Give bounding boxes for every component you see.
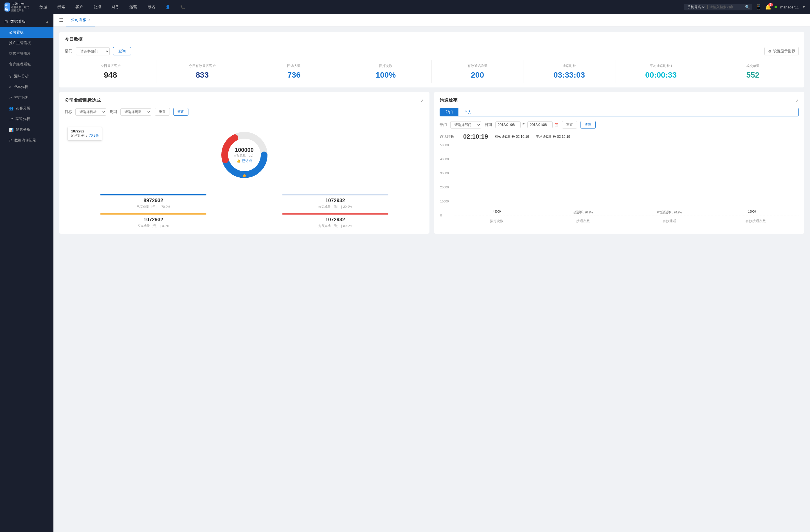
- comm-query-button[interactable]: 查询: [581, 121, 596, 129]
- promo-icon: ↗: [9, 96, 12, 100]
- goal-stat-should-complete: 1072932 应完成量（元）｜8.9%: [65, 213, 242, 228]
- x-label-dial: 拨打次数: [454, 217, 540, 223]
- avg-duration-info-icon[interactable]: ℹ: [671, 64, 672, 68]
- sidebar-group-arrow: ▲: [46, 20, 49, 23]
- comm-dept-select[interactable]: 请选择部门: [450, 121, 481, 129]
- search-type-select[interactable]: 手机号码: [686, 5, 706, 9]
- goal-panel-title: 公司业绩目标达成: [65, 98, 101, 103]
- channel-icon: ⎇: [9, 117, 13, 121]
- today-stats-row: 今日首咨客户 948 今日有效首咨客户 833 回访人数 736 拨打次数 10…: [65, 60, 799, 83]
- app-logo: 云朵 云朵CRM 教育机构一站式服务云平台: [4, 2, 30, 12]
- donut-center-label: 目标总量（元）: [233, 153, 255, 157]
- nav-sea[interactable]: 公海: [90, 3, 105, 11]
- nav-operations[interactable]: 运营: [126, 3, 141, 11]
- tab-company-board-label: 公司看板: [71, 17, 87, 22]
- sidebar-item-sales[interactable]: 📊 销售分析: [0, 124, 53, 135]
- nav-person-icon[interactable]: 👤: [161, 3, 174, 11]
- nav-phone-icon[interactable]: 📞: [176, 3, 189, 11]
- sidebar-item-customer-manager[interactable]: 客户经理看板: [0, 59, 53, 70]
- logo-icon: 云朵: [4, 2, 10, 12]
- goal-period-select[interactable]: 请选择周期: [120, 108, 151, 116]
- comm-panel-header: 沟通效率 ⤢: [440, 98, 799, 103]
- x-label-connect: 接通次数: [540, 217, 626, 223]
- sidebar: ⊞ 数据看板 ▲ 公司看板 推广主管看板 销售主管看板 客户经理看板 ⊽ 漏斗分…: [0, 14, 53, 532]
- calendar-icon[interactable]: 📅: [554, 123, 558, 127]
- donut-chart: 100000 目标总量（元） 👍 已达成: [216, 127, 273, 183]
- sidebar-item-funnel[interactable]: ⊽ 漏斗分析: [0, 71, 53, 82]
- goal-stat-value-exceeded: 1072932: [247, 217, 424, 223]
- nav-customers[interactable]: 客户: [71, 3, 87, 11]
- search-input[interactable]: [710, 5, 743, 9]
- goal-stat-label-exceeded: 超额完成（元）｜89.9%: [247, 224, 424, 228]
- sidebar-item-data-transfer[interactable]: ⇄ 数据流转记录: [0, 135, 53, 146]
- comm-date-label: 日期: [485, 122, 492, 127]
- stat-value-deal: 552: [709, 70, 796, 80]
- visitor-icon: 👥: [9, 106, 14, 111]
- settings-icon: ⚙: [768, 49, 772, 53]
- sidebar-item-company-board[interactable]: 公司看板: [0, 27, 53, 38]
- goal-stat-label-should: 应完成量（元）｜8.9%: [65, 224, 242, 228]
- settings-display-button[interactable]: ⚙ 设置显示指标: [764, 47, 799, 55]
- comm-efficiency-panel: 沟通效率 ⤢ 部门 个人 部门 请选择部门 日期: [434, 92, 804, 234]
- manager-name[interactable]: manager11: [780, 5, 799, 9]
- today-query-button[interactable]: 查询: [113, 47, 131, 55]
- goal-panel-header: 公司业绩目标达成 ⤢: [65, 98, 424, 103]
- goal-query-button[interactable]: 查询: [173, 108, 189, 116]
- sidebar-item-sales-manager[interactable]: 销售主管看板: [0, 48, 53, 59]
- goal-stat-uncompleted: 1072932 未完成量（元）｜20.9%: [247, 194, 424, 209]
- logo-text: 云朵CRM 教育机构一站式服务云平台: [11, 2, 30, 12]
- tab-btn-individual[interactable]: 个人: [458, 108, 477, 116]
- goal-stat-label-completed: 已完成量（元）｜70.9%: [65, 205, 242, 209]
- stat-value-avg-duration: 00:00:33: [618, 70, 704, 80]
- manager-dropdown-icon[interactable]: ▼: [802, 5, 806, 9]
- stat-value-effective-consult: 833: [159, 70, 245, 80]
- stat-value-call-duration: 03:33:03: [526, 70, 613, 80]
- sidebar-item-cost[interactable]: ○ 成本分析: [0, 82, 53, 92]
- bottom-panels: 公司业绩目标达成 ⤢ 目标 请选择目标 周期 请选择周期 重置 查询: [59, 92, 804, 234]
- goal-panel-expand-icon[interactable]: ⤢: [420, 98, 424, 103]
- search-icon[interactable]: 🔍: [745, 5, 750, 9]
- tab-btn-dept[interactable]: 部门: [440, 108, 458, 116]
- comm-panel-expand-icon[interactable]: ⤢: [795, 98, 799, 103]
- goal-filter-row: 目标 请选择目标 周期 请选择周期 重置 查询: [65, 108, 424, 116]
- effective-rate-annotation: 有效接通率：70.9%: [656, 210, 683, 215]
- goal-chart-area: 1072932 所占比例： 70.9%: [65, 121, 424, 189]
- date-to-input[interactable]: [527, 121, 553, 128]
- goal-stat-value-completed: 8972932: [65, 198, 242, 203]
- tab-close-button[interactable]: ×: [88, 18, 90, 22]
- sidebar-item-visitor[interactable]: 👥 访客分析: [0, 103, 53, 114]
- sidebar-item-promo[interactable]: ↗ 推广分析: [0, 92, 53, 103]
- goal-reset-button[interactable]: 重置: [155, 108, 170, 116]
- goal-stat-value-uncompleted: 1072932: [247, 198, 424, 203]
- nav-right: 手机号码 | 🔍 📱 🔔 5 manager11 ▼: [684, 4, 806, 11]
- stat-effective-calls: 有效通话次数 200: [432, 60, 523, 83]
- tab-company-board[interactable]: 公司看板 ×: [66, 14, 95, 27]
- tab-menu-icon[interactable]: ☰: [59, 17, 63, 23]
- svg-point-3: [243, 174, 246, 177]
- comm-reset-button[interactable]: 重置: [562, 121, 577, 129]
- dept-filter-label: 部门: [65, 49, 72, 54]
- sidebar-group-dashboard[interactable]: ⊞ 数据看板 ▲: [0, 16, 53, 27]
- nav-data[interactable]: 数据: [35, 3, 51, 11]
- date-range: 至 📅: [495, 121, 558, 128]
- goal-target-select[interactable]: 请选择目标: [75, 108, 106, 116]
- comm-panel-title: 沟通效率: [440, 98, 458, 103]
- date-from-input[interactable]: [495, 121, 521, 128]
- tablet-icon[interactable]: 📱: [756, 4, 762, 10]
- stat-effective-consult: 今日有效首咨客户 833: [156, 60, 248, 83]
- nav-finance[interactable]: 财务: [108, 3, 123, 11]
- dept-select[interactable]: 请选择部门: [76, 47, 110, 55]
- sales-icon: 📊: [9, 128, 14, 132]
- search-box: 手机号码 | 🔍: [684, 4, 752, 11]
- today-section-title: 今日数据: [65, 36, 799, 43]
- sidebar-item-promo-manager[interactable]: 推广主管看板: [0, 38, 53, 48]
- nav-leads[interactable]: 线索: [53, 3, 69, 11]
- bar-label-effective-connect: 18000: [748, 210, 756, 213]
- nav-enrollment[interactable]: 报名: [143, 3, 159, 11]
- effective-duration-label: 有效通话时长 02:10:19: [495, 134, 529, 139]
- x-axis: 拨打次数 接通次数 有效通话 有效接通次数: [454, 217, 799, 223]
- sidebar-dashboard-section: ⊞ 数据看板 ▲ 公司看板 推广主管看板 销售主管看板 客户经理看板: [0, 16, 53, 70]
- top-navigation: 云朵 云朵CRM 教育机构一站式服务云平台 数据 线索 客户 公海 财务 运营 …: [0, 0, 810, 14]
- sidebar-item-channel[interactable]: ⎇ 渠道分析: [0, 114, 53, 124]
- notification-bell[interactable]: 🔔 5: [765, 4, 771, 10]
